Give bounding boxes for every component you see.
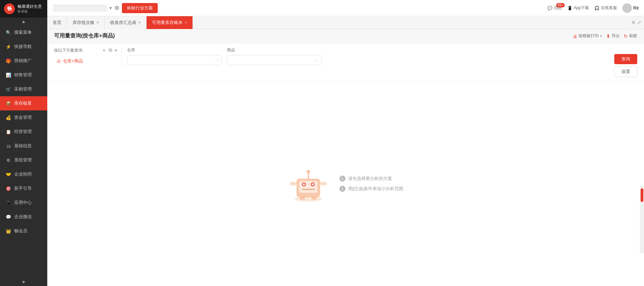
warehouse-input[interactable]: ··· <box>127 55 222 65</box>
finance-icon: 💰 <box>5 114 11 121</box>
refresh-icon: ↻ <box>624 33 628 39</box>
sidebar-item-label-finance: 资金管理 <box>14 114 32 121</box>
sidebar-item-label-member: 畅会员 <box>14 228 27 234</box>
refresh-btn[interactable]: ↻ 刷新 <box>624 33 637 39</box>
goods-more-icon[interactable]: ··· <box>315 58 318 63</box>
sidebar-item-wechat[interactable]: 💬 企业微信 <box>0 210 47 224</box>
sales-icon: 📊 <box>5 72 11 78</box>
tabbar-actions: ✕ ⤢ <box>628 19 644 26</box>
quick-nav-icon: ⚡ <box>5 44 11 50</box>
app-label: App下载 <box>574 5 589 11</box>
main-content: ▾ ⚙ 体验行业方案 💬 消息 99+ 📱 App下载 🎧 在线客服 Rit <box>47 0 644 286</box>
sidebar-item-marketing[interactable]: 🎁 营销推广 <box>0 54 47 68</box>
marketing-icon: 🎁 <box>5 58 11 64</box>
operation-icon: 📋 <box>5 129 11 135</box>
sidebar-item-inventory[interactable]: 📦 库存核算 <box>0 96 47 110</box>
empty-step-1: 1 请先选择要分析的方案 <box>339 176 403 182</box>
filter-actions: 查询 设置 <box>614 47 637 77</box>
user-menu[interactable]: Rit <box>622 3 639 13</box>
tab-available[interactable]: 可用量库存账本 × <box>147 16 193 29</box>
sidebar-item-newbie[interactable]: 🎯 新手引导 <box>0 181 47 196</box>
sidebar-item-app[interactable]: 📱 应用中心 <box>0 196 47 210</box>
tab-maximize-icon[interactable]: ⤢ <box>637 19 641 26</box>
avatar <box>622 3 632 13</box>
page-title: 可用量查询(按仓库+商品) <box>54 32 115 40</box>
app-title: 畅康通好生意 <box>18 4 42 9</box>
scrollbar-thumb <box>641 188 643 202</box>
sidebar-item-label-sales: 销售管理 <box>14 72 32 78</box>
tab-batch[interactable]: 库存批次账 × <box>67 16 105 29</box>
add-scheme-btn[interactable]: ＋ <box>102 47 106 53</box>
sidebar-item-operation[interactable]: 📋 经营管理 <box>0 125 47 139</box>
export-label: 导出 <box>612 33 620 39</box>
sidebar-item-label-app: 应用中心 <box>14 200 32 206</box>
tabbar: 首页 库存批次账 × 收发存汇总表 × 可用量库存账本 × ✕ ⤢ <box>47 16 644 29</box>
tab-available-close[interactable]: × <box>185 20 187 25</box>
export-btn[interactable]: ⬆ 导出 <box>606 33 620 39</box>
message-btn[interactable]: 💬 消息 99+ <box>547 5 562 11</box>
search-input[interactable] <box>53 4 107 12</box>
svg-rect-10 <box>290 182 297 185</box>
search-icon: 🔍 <box>5 29 11 35</box>
settings-icon[interactable]: ⚙ <box>114 5 119 11</box>
tab-summary-close[interactable]: × <box>138 20 141 25</box>
goods-input[interactable]: ··· <box>227 55 321 65</box>
sidebar-item-label-quick-nav: 快捷导航 <box>14 44 32 50</box>
collapse-scheme-btn[interactable]: « <box>114 47 117 53</box>
sidebar-item-system[interactable]: ⚙ 系统管理 <box>0 153 47 167</box>
user-name: Rit <box>633 5 639 10</box>
goods-field: 商品 ··· <box>227 47 321 65</box>
chevron-down-icon: ▾ <box>109 5 112 10</box>
page-header-actions: 🖨 按模板打印 ▾ ⬆ 导出 ↻ 刷新 <box>572 33 637 39</box>
sidebar-item-finance[interactable]: 💰 资金管理 <box>0 110 47 125</box>
warehouse-more-icon[interactable]: ··· <box>215 58 218 63</box>
sidebar-item-quick-nav[interactable]: ⚡ 快捷导航 <box>0 40 47 54</box>
tab-home[interactable]: 首页 <box>47 16 67 29</box>
empty-text: 1 请先选择要分析的方案 2 用[过滤]条件来缩小分析范围 <box>339 176 403 192</box>
sidebar-item-label-system: 系统管理 <box>14 157 32 163</box>
svg-point-5 <box>303 183 305 185</box>
svg-point-6 <box>312 183 314 185</box>
app-download-btn[interactable]: 📱 App下载 <box>567 5 589 11</box>
svg-rect-12 <box>300 197 305 200</box>
sidebar-item-enterprise[interactable]: 🤝 企业协同 <box>0 167 47 181</box>
query-btn[interactable]: 查询 <box>614 54 637 64</box>
scheme-label: 仓库+商品 <box>63 58 83 64</box>
sidebar-item-label-marketing: 营销推广 <box>14 58 32 64</box>
sidebar-item-member[interactable]: 👑 畅会员 <box>0 224 47 238</box>
sidebar-item-purchase[interactable]: 🛒 采购管理 <box>0 82 47 96</box>
svg-rect-11 <box>320 182 327 185</box>
tab-batch-close[interactable]: × <box>97 20 99 25</box>
print-btn[interactable]: 🖨 按模板打印 ▾ <box>572 33 602 39</box>
industry-btn[interactable]: 体验行业方案 <box>122 3 158 13</box>
sidebar-item-basic[interactable]: 🗂 基础信息 <box>0 139 47 153</box>
scheme-item-warehouse-goods[interactable]: ⊙ 仓库+商品 <box>54 56 117 66</box>
svg-point-9 <box>307 170 310 173</box>
sidebar-item-search[interactable]: 🔍 搜索菜单 <box>0 25 47 40</box>
basic-icon: 🗂 <box>5 143 11 149</box>
filter-schemes-header: 按以下方案查询 ＋ ⊙ « <box>54 47 117 53</box>
empty-state: 1 请先选择要分析的方案 2 用[过滤]条件来缩小分析范围 <box>47 81 644 286</box>
topbar: ▾ ⚙ 体验行业方案 💬 消息 99+ 📱 App下载 🎧 在线客服 Rit <box>47 0 644 16</box>
inventory-icon: 📦 <box>5 100 11 106</box>
right-scrollbar[interactable] <box>640 186 644 253</box>
filter-schemes-actions: ＋ ⊙ « <box>102 47 117 53</box>
enterprise-icon: 🤝 <box>5 171 11 177</box>
svg-rect-7 <box>302 189 315 190</box>
tab-available-label: 可用量库存账本 <box>152 20 183 26</box>
sidebar-scroll-up[interactable]: ▲ <box>0 18 47 25</box>
tab-close-all-icon[interactable]: ✕ <box>631 19 636 26</box>
sidebar-scroll-down[interactable]: ▼ <box>0 278 47 286</box>
dropdown-btn[interactable]: ▾ <box>109 5 112 10</box>
home-label: 首页 <box>53 20 61 26</box>
tab-summary[interactable]: 收发存汇总表 × <box>105 16 147 29</box>
settings-scheme-btn[interactable]: ⊙ <box>108 47 112 53</box>
topbar-right: 💬 消息 99+ 📱 App下载 🎧 在线客服 Rit <box>547 3 639 13</box>
tab-batch-label: 库存批次账 <box>73 20 95 26</box>
wechat-icon: 💬 <box>5 214 11 220</box>
service-btn[interactable]: 🎧 在线客服 <box>594 5 617 11</box>
settings-btn[interactable]: 设置 <box>614 66 637 77</box>
step-1-num: 1 <box>339 176 345 182</box>
sidebar-item-sales[interactable]: 📊 销售管理 <box>0 68 47 82</box>
sidebar-item-label-search: 搜索菜单 <box>14 29 32 35</box>
